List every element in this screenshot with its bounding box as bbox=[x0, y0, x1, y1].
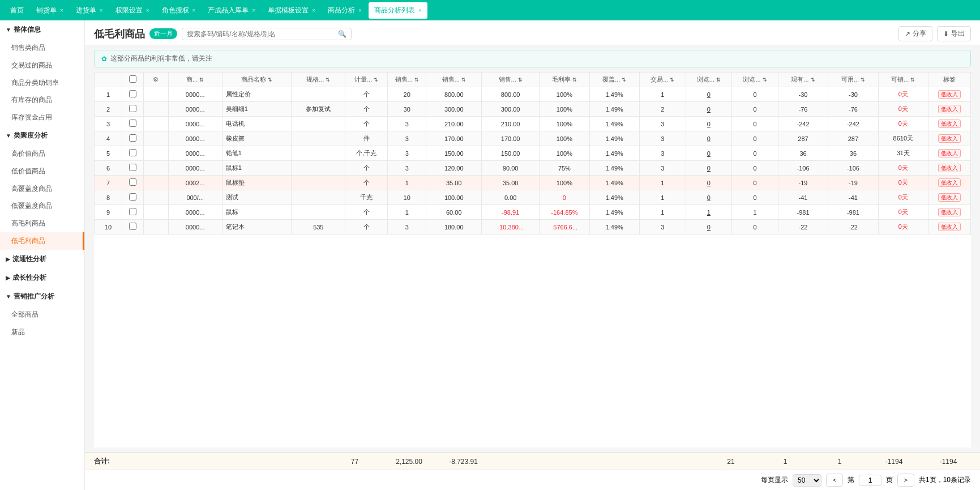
col-header-view1[interactable]: 浏览... ⇅ bbox=[686, 73, 732, 87]
row-select-checkbox[interactable] bbox=[129, 193, 136, 201]
sidebar-section-growth[interactable]: ▶ 成长性分析 bbox=[0, 269, 84, 287]
col-header-tag[interactable]: 标签 bbox=[928, 73, 971, 87]
prev-page-button[interactable]: ＜ bbox=[826, 474, 843, 487]
col-header-view2[interactable]: 浏览... ⇅ bbox=[732, 73, 778, 87]
sidebar-section-cluster-analysis[interactable]: ▼ 类聚度分析 bbox=[0, 126, 84, 145]
row-view1[interactable]: 0 bbox=[686, 102, 732, 117]
row-select-checkbox[interactable] bbox=[129, 164, 136, 171]
row-checkbox[interactable] bbox=[122, 205, 143, 220]
nav-product-storage[interactable]: 产成品入库单 × bbox=[202, 2, 261, 19]
totals-label: 合计: bbox=[94, 457, 110, 466]
row-checkbox[interactable] bbox=[122, 102, 143, 117]
col-header-sellable-days[interactable]: 可销... ⇅ bbox=[878, 73, 928, 87]
search-box[interactable]: 🔍 bbox=[182, 28, 352, 40]
filter-tag-button[interactable]: 近一月 bbox=[149, 28, 177, 39]
col-header-current-stock[interactable]: 现有... ⇅ bbox=[778, 73, 828, 87]
close-product-analysis-icon[interactable]: × bbox=[358, 7, 362, 14]
row-select-checkbox[interactable] bbox=[129, 90, 136, 97]
row-select-checkbox[interactable] bbox=[129, 105, 136, 112]
row-view1[interactable]: 0 bbox=[686, 146, 732, 161]
nav-home[interactable]: 首页 bbox=[5, 2, 29, 19]
close-role-auth-icon[interactable]: × bbox=[192, 7, 196, 14]
sidebar-item-new-products[interactable]: 新品 bbox=[0, 323, 84, 341]
col-header-gross-rate[interactable]: 毛利率 ⇅ bbox=[540, 73, 589, 87]
row-select-checkbox[interactable] bbox=[129, 134, 136, 142]
close-product-storage-icon[interactable]: × bbox=[252, 7, 255, 14]
sidebar-item-category-sales-rate[interactable]: 商品分类助销率 bbox=[0, 74, 84, 92]
row-select-checkbox[interactable] bbox=[129, 223, 136, 230]
sidebar-item-low-margin[interactable]: 低毛利商品 bbox=[0, 232, 84, 250]
product-table-container[interactable]: ⚙ 商... ⇅ 商品名称 ⇅ 规格... ⇅ 计量... ⇅ 销售... ⇅ … bbox=[94, 72, 971, 448]
row-view1[interactable]: 1 bbox=[686, 205, 732, 220]
sidebar-item-high-margin[interactable]: 高毛利商品 bbox=[0, 215, 84, 232]
row-checkbox[interactable] bbox=[122, 176, 143, 190]
sidebar-item-stocked-products[interactable]: 有库存的商品 bbox=[0, 91, 84, 109]
close-product-analysis-list-icon[interactable]: × bbox=[418, 7, 422, 14]
select-all-checkbox[interactable] bbox=[129, 75, 136, 83]
page-number-input[interactable] bbox=[859, 475, 881, 486]
col-header-checkbox[interactable] bbox=[122, 73, 143, 87]
row-select-checkbox[interactable] bbox=[129, 178, 136, 186]
col-header-coverage[interactable]: 覆盖... ⇅ bbox=[589, 73, 639, 87]
close-permission-settings-icon[interactable]: × bbox=[146, 7, 149, 14]
close-purchase-order-icon[interactable]: × bbox=[100, 7, 103, 14]
next-page-button[interactable]: ＞ bbox=[897, 474, 914, 487]
nav-role-auth[interactable]: 角色授权 × bbox=[156, 2, 202, 19]
nav-template-settings[interactable]: 单据模板设置 × bbox=[262, 2, 321, 19]
totals-available-stock: -1194 bbox=[926, 458, 971, 466]
col-header-name[interactable]: 商品名称 ⇅ bbox=[222, 73, 291, 87]
row-select-checkbox[interactable] bbox=[129, 120, 136, 127]
col-header-spec[interactable]: 规格... ⇅ bbox=[292, 73, 345, 87]
row-view1[interactable]: 0 bbox=[686, 87, 732, 102]
row-view1[interactable]: 0 bbox=[686, 131, 732, 146]
row-view1[interactable]: 0 bbox=[686, 117, 732, 131]
close-sales-order-icon[interactable]: × bbox=[60, 7, 63, 14]
sidebar-section-marketing[interactable]: ▼ 营销推广分析 bbox=[0, 287, 84, 306]
row-unit: 个 bbox=[345, 205, 388, 220]
col-header-sales-qty[interactable]: 销售... ⇅ bbox=[388, 73, 426, 87]
row-checkbox[interactable] bbox=[122, 87, 143, 102]
sidebar-item-high-coverage[interactable]: 高覆盖度商品 bbox=[0, 180, 84, 198]
sidebar-item-low-coverage[interactable]: 低覆盖度商品 bbox=[0, 197, 84, 215]
search-input[interactable] bbox=[187, 30, 338, 38]
row-checkbox[interactable] bbox=[122, 146, 143, 161]
search-icon[interactable]: 🔍 bbox=[338, 30, 346, 38]
col-header-code[interactable]: 商... ⇅ bbox=[168, 73, 222, 87]
nav-product-analysis[interactable]: 商品分析 × bbox=[322, 2, 367, 19]
row-select-checkbox[interactable] bbox=[129, 208, 136, 215]
row-unit: 个,千克 bbox=[345, 146, 388, 161]
row-view1[interactable]: 0 bbox=[686, 220, 732, 235]
col-header-sales-profit[interactable]: 销售... ⇅ bbox=[482, 73, 540, 87]
row-checkbox[interactable] bbox=[122, 131, 143, 146]
row-select-checkbox[interactable] bbox=[129, 149, 136, 156]
sidebar-section-liquidity[interactable]: ▶ 流通性分析 bbox=[0, 250, 84, 269]
row-checkbox[interactable] bbox=[122, 220, 143, 235]
row-checkbox[interactable] bbox=[122, 161, 143, 176]
nav-sales-order[interactable]: 销货单 × bbox=[31, 2, 69, 19]
share-button[interactable]: ↗ 分享 bbox=[898, 26, 932, 41]
col-header-settings[interactable]: ⚙ bbox=[144, 73, 169, 87]
row-view1[interactable]: 0 bbox=[686, 176, 732, 190]
sidebar-section-overview[interactable]: ▼ 整体信息 bbox=[0, 20, 84, 39]
col-header-sales-amount[interactable]: 销售... ⇅ bbox=[426, 73, 482, 87]
page-size-select[interactable]: 50 100 200 bbox=[793, 474, 821, 487]
row-checkbox[interactable] bbox=[122, 190, 143, 205]
col-header-available-stock[interactable]: 可用... ⇅ bbox=[828, 73, 878, 87]
nav-permission-settings[interactable]: 权限设置 × bbox=[110, 2, 155, 19]
row-view1[interactable]: 0 bbox=[686, 190, 732, 205]
nav-product-analysis-list[interactable]: 商品分析列表 × bbox=[369, 2, 427, 19]
col-header-unit[interactable]: 计量... ⇅ bbox=[345, 73, 388, 87]
row-name: 鼠标 bbox=[222, 205, 291, 220]
row-checkbox[interactable] bbox=[122, 117, 143, 131]
export-button[interactable]: ⬇ 导出 bbox=[937, 26, 971, 41]
sidebar-item-low-value[interactable]: 低价值商品 bbox=[0, 163, 84, 180]
sidebar-item-sales-products[interactable]: 销售类商品 bbox=[0, 39, 84, 57]
sidebar-item-stock-capital[interactable]: 库存资金占用 bbox=[0, 109, 84, 126]
row-view1[interactable]: 0 bbox=[686, 161, 732, 176]
close-template-settings-icon[interactable]: × bbox=[312, 7, 315, 14]
sidebar-item-all-products[interactable]: 全部商品 bbox=[0, 306, 84, 323]
col-header-trade[interactable]: 交易... ⇅ bbox=[640, 73, 686, 87]
sidebar-item-high-value[interactable]: 高价值商品 bbox=[0, 145, 84, 163]
nav-purchase-order[interactable]: 进货单 × bbox=[70, 2, 109, 19]
sidebar-item-traded-products[interactable]: 交易过的商品 bbox=[0, 57, 84, 74]
